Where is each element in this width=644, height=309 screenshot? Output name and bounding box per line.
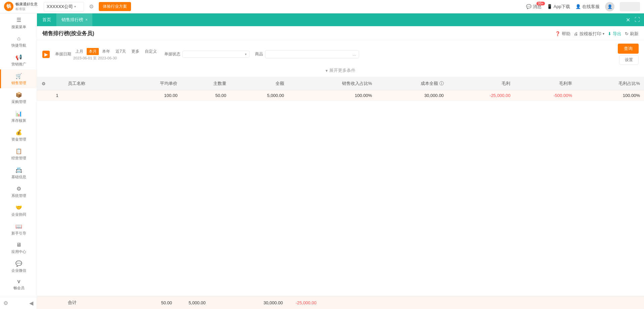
guide-icon: 📖: [15, 223, 22, 229]
date-tab-current-year[interactable]: 本年: [100, 48, 112, 55]
app-download-button[interactable]: 📱 App下载: [547, 4, 570, 10]
date-filter-group: 单据日期 上月 本月 本年 近7天 更多 自定义 2023-06-01 至 20…: [55, 48, 159, 61]
sidebar-item-sales[interactable]: 🛒 销售管理: [0, 69, 37, 88]
topbar: 畅 畅康通好生意 标准版 XXXXXX公司 ▾ ⚙ 体验行业方案 💬 消息 99…: [0, 0, 644, 13]
date-tab-last-month[interactable]: 上月: [73, 48, 85, 55]
sidebar-item-enterprise[interactable]: 🤝 企业协同: [0, 201, 37, 220]
footer-profit: -25,000.00: [283, 300, 316, 305]
table-header-row: ⚙ 员工名称 平均单价 主数量 全额 销售收入占比% 成本全额 ⓘ 毛利 毛利率…: [37, 77, 644, 90]
sidebar-item-finance[interactable]: 💰 资金管理: [0, 126, 37, 145]
query-button[interactable]: 查询: [618, 44, 639, 54]
help-button[interactable]: ❓ 帮助: [555, 31, 570, 37]
collapse-icon[interactable]: ◀: [29, 300, 33, 306]
col-settings-header[interactable]: ⚙: [37, 77, 50, 90]
export-icon: ⬇: [608, 31, 611, 36]
sidebar-item-quicknav[interactable]: ⌂ 快捷导航: [0, 32, 37, 51]
page-actions: ❓ 帮助 🖨 按模板打印 ▾ ⬇ 导出 ↻ 刷新: [555, 31, 639, 37]
filter-expand-button[interactable]: ▶: [42, 51, 50, 58]
chevron-down-icon: ▾: [74, 5, 76, 8]
template-print-button[interactable]: 🖨 按模板打印 ▾: [574, 31, 604, 37]
col-cost-header: 成本全额 ⓘ: [376, 77, 448, 90]
online-service-button[interactable]: 👤 在线客服: [575, 4, 600, 10]
message-badge: 99+: [536, 2, 545, 5]
expand-label: 展开更多条件: [329, 67, 355, 73]
col-name-header: 员工名称: [64, 77, 123, 90]
sidebar-item-guide[interactable]: 📖 新手引导: [0, 220, 37, 239]
page-content: 销售排行榜(按业务员) ❓ 帮助 🖨 按模板打印 ▾ ⬇ 导出: [37, 26, 644, 309]
sidebar: ☰ 搜索菜单 ⌂ 快捷导航 📢 营销推广 🛒 销售管理 📦 采购管理 📊 库存核…: [0, 13, 37, 309]
tab-sales-ranking[interactable]: 销售排行榜 ×: [57, 13, 92, 26]
help-icon: ❓: [555, 31, 560, 36]
logo-title: 畅康通好生意: [15, 2, 38, 6]
sidebar-item-apps[interactable]: 🖥 应用中心: [0, 239, 37, 257]
inventory-icon: 📊: [15, 110, 22, 117]
status-filter-label: 单据状态: [164, 51, 180, 57]
expand-more-button[interactable]: ▾ 展开更多条件: [326, 67, 355, 73]
message-icon: 💬: [526, 4, 531, 9]
date-tab-current-month[interactable]: 本月: [87, 48, 99, 55]
tab-actions: ✕ ⛶: [624, 16, 644, 24]
table-footer: 合计 50.00 5,000.00 30,000.00 -25,000.00: [37, 296, 644, 309]
avatar[interactable]: 👤: [605, 2, 614, 11]
col-profit-pct-header: 毛利占比%: [576, 77, 644, 90]
sidebar-item-wechat[interactable]: 💬 企业微信: [0, 257, 37, 276]
tab-close-button[interactable]: ✕: [624, 16, 632, 24]
gear-icon[interactable]: ⚙: [3, 300, 8, 306]
tab-maximize-button[interactable]: ⛶: [633, 16, 641, 24]
topbar-right: 💬 消息 99+ 📱 App下载 👤 在线客服 👤: [526, 2, 640, 11]
cell-sales-pct: 100.00%: [288, 90, 376, 101]
settings-button[interactable]: 设置: [619, 55, 639, 65]
page-header: 销售排行榜(按业务员) ❓ 帮助 🖨 按模板打印 ▾ ⬇ 导出: [37, 26, 644, 40]
sidebar-bottom: ⚙ ◀: [0, 297, 37, 309]
goods-input[interactable]: ...: [265, 50, 359, 58]
sidebar-item-marketing[interactable]: 📢 营销推广: [0, 51, 37, 69]
company-selector[interactable]: XXXXXX公司 ▾: [44, 2, 84, 11]
content-area: 首页 销售排行榜 × ✕ ⛶ 销售排行榜(按业务员) ❓ 帮助: [37, 13, 644, 309]
cell-profit-pct: 100.00%: [576, 90, 644, 101]
tab-close-icon[interactable]: ×: [85, 18, 88, 22]
tab-home[interactable]: 首页: [37, 13, 57, 26]
cell-amount: 5,000.00: [230, 90, 288, 101]
cell-rank: 1: [50, 90, 64, 101]
sidebar-item-system[interactable]: ⚙ 系统管理: [0, 182, 37, 201]
sidebar-item-purchase[interactable]: 📦 采购管理: [0, 88, 37, 107]
footer-row: 合计 50.00 5,000.00 30,000.00 -25,000.00: [37, 296, 644, 309]
cell-avg-price: 100.00: [123, 90, 181, 101]
main-layout: ☰ 搜索菜单 ⌂ 快捷导航 📢 营销推广 🛒 销售管理 📦 采购管理 📊 库存核…: [0, 13, 644, 309]
status-filter-group: 单据状态 ▾: [164, 51, 250, 58]
sidebar-item-label-apps: 应用中心: [11, 249, 26, 254]
operations-icon: 📋: [15, 148, 22, 154]
sidebar-item-label-basic-info: 基础信息: [11, 174, 26, 179]
sidebar-item-operations[interactable]: 📋 经营管理: [0, 145, 37, 163]
footer-label: 合计: [68, 300, 108, 306]
status-select[interactable]: ▾: [182, 51, 250, 58]
marketing-icon: 📢: [15, 54, 22, 60]
settings-icon[interactable]: ⚙: [87, 2, 96, 11]
refresh-label: 刷新: [630, 31, 639, 37]
tab-bar: 首页 销售排行榜 × ✕ ⛶: [37, 13, 644, 26]
cell-name: [64, 90, 123, 101]
table-row: 1 100.00 50.00 5,000.00 100.00% 30,000.0…: [37, 90, 644, 101]
apps-icon: 🖥: [16, 242, 22, 248]
date-tab-7days[interactable]: 近7天: [114, 48, 128, 55]
sidebar-item-label-quicknav: 快捷导航: [11, 43, 26, 48]
sidebar-item-basic-info[interactable]: 📇 基础信息: [0, 163, 37, 182]
export-button[interactable]: ⬇ 导出: [608, 31, 621, 37]
refresh-button[interactable]: ↻ 刷新: [625, 31, 639, 37]
sidebar-item-search[interactable]: ☰ 搜索菜单: [0, 13, 37, 32]
wechat-icon: 💬: [15, 260, 22, 267]
sidebar-item-member[interactable]: V 畅会员: [0, 276, 37, 293]
filter-row: ▶ 单据日期 上月 本月 本年 近7天 更多 自定义: [42, 44, 639, 65]
trial-button[interactable]: 体验行业方案: [99, 2, 131, 11]
more-icon[interactable]: ...: [353, 52, 356, 57]
footer-cost: 30,000.00: [246, 300, 283, 305]
cell-profit: -25,000.00: [448, 90, 515, 101]
export-label: 导出: [613, 31, 621, 37]
date-tab-more[interactable]: 更多: [129, 48, 141, 55]
date-tab-custom[interactable]: 自定义: [143, 48, 159, 55]
message-button[interactable]: 💬 消息 99+: [526, 4, 542, 10]
refresh-icon: ↻: [625, 31, 629, 36]
cell-cost: 30,000.00: [376, 90, 448, 101]
online-service-label: 在线客服: [582, 4, 600, 10]
sidebar-item-inventory[interactable]: 📊 库存核算: [0, 107, 37, 126]
